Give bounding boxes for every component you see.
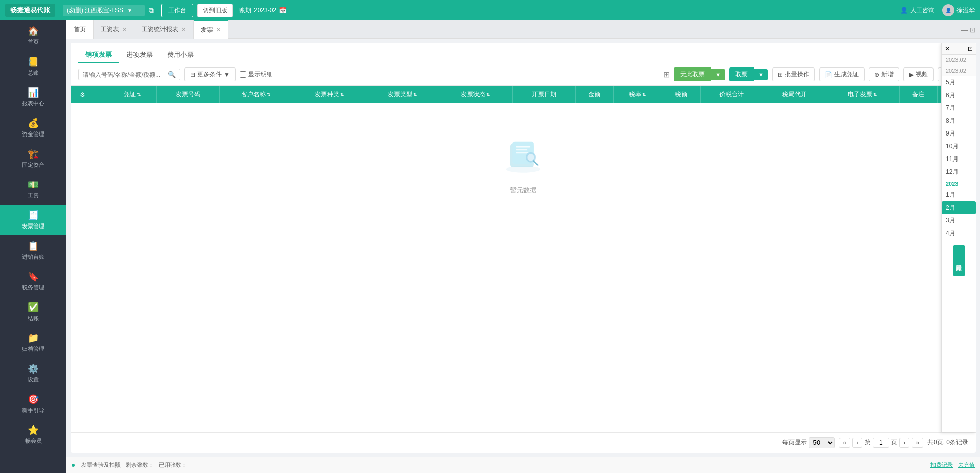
- switch-old-button[interactable]: 切到旧版: [197, 4, 233, 17]
- tab-label-home: 首页: [74, 25, 86, 34]
- sub-tab-purchase[interactable]: 进项发票: [119, 47, 160, 63]
- sidebar-item-home[interactable]: 🏠首页: [0, 20, 66, 51]
- generate-voucher-button[interactable]: 📄 生成凭证: [819, 67, 865, 81]
- tab-label-salary-report: 工资统计报表: [142, 25, 178, 34]
- search-icon[interactable]: 🔍: [168, 71, 176, 78]
- copy-icon[interactable]: ⧉: [149, 6, 154, 15]
- remaining-label: 剩余张数：: [126, 461, 154, 469]
- sidebar-item-sales-ledger[interactable]: 📋进销台账: [0, 235, 66, 266]
- sidebar-label-settings: 设置: [28, 376, 39, 384]
- sidebar-item-fixed-assets[interactable]: 🏗️固定资产: [0, 143, 66, 174]
- sort-icon-invoice-type: ⇅: [340, 92, 344, 97]
- grid-icon[interactable]: ⊞: [663, 70, 670, 79]
- calendar-icon[interactable]: 📅: [279, 7, 287, 14]
- batch-op-button[interactable]: ⊞ 批量操作: [772, 67, 815, 81]
- video-button[interactable]: ▶ 视频: [903, 67, 934, 81]
- tab-close-invoice[interactable]: ✕: [216, 27, 221, 33]
- col-header-customer[interactable]: 客户名称⇅: [220, 86, 293, 103]
- sidebar-item-guide[interactable]: 🎯新手引导: [0, 389, 66, 419]
- date-month-item-3[interactable]: 8月: [942, 115, 976, 127]
- sidebar-item-closing[interactable]: ✅结账: [0, 297, 66, 327]
- col-header-invoice-category[interactable]: 发票类型⇅: [366, 86, 439, 103]
- date-month-item-5[interactable]: 10月: [942, 140, 976, 153]
- sidebar-item-tax-mgmt[interactable]: 🔖税务管理: [0, 266, 66, 297]
- col-header-tax-code: 税局代开: [763, 86, 826, 103]
- sub-tab-expense[interactable]: 费用小票: [160, 47, 201, 63]
- blue-dot: [72, 464, 75, 467]
- sidebar-item-payroll[interactable]: 💵工资: [0, 174, 66, 205]
- date-panel-close-icon[interactable]: ✕: [945, 45, 950, 52]
- tab-close-salary[interactable]: ✕: [122, 26, 127, 33]
- last-page-button[interactable]: »: [912, 438, 923, 448]
- date-2023-month-item-0[interactable]: 1月: [942, 189, 976, 201]
- support-item[interactable]: 👤 人工咨询: [900, 6, 935, 15]
- tab-close-salary-report[interactable]: ✕: [181, 26, 186, 33]
- search-input[interactable]: [83, 71, 168, 78]
- show-detail-checkbox[interactable]: [240, 71, 246, 78]
- add-account-link[interactable]: 扣费记录: [930, 461, 953, 469]
- sidebar-item-funds[interactable]: 💰资金管理: [0, 112, 66, 143]
- take-invoice-button[interactable]: 取票: [729, 67, 754, 81]
- company-selector[interactable]: (勿删) 江西股宝-LSS ▼: [63, 5, 145, 16]
- new-button[interactable]: ⊕ 新增: [869, 67, 899, 81]
- new-icon: ⊕: [874, 71, 879, 78]
- page-input[interactable]: [873, 438, 889, 448]
- empty-state: 暂元数据: [71, 103, 976, 226]
- open-date-button[interactable]: 开账日期: [953, 245, 965, 276]
- date-month-item-6[interactable]: 11月: [942, 153, 976, 166]
- show-detail-text: 显示明细: [248, 70, 273, 79]
- take-invoice-arrow-button[interactable]: ▼: [754, 69, 768, 80]
- sidebar-item-invoice-mgmt[interactable]: 🧾发票管理: [0, 205, 66, 235]
- tab-invoice[interactable]: 发票✕: [194, 20, 228, 39]
- tab-minimize-icon[interactable]: —: [961, 26, 968, 34]
- search-wrap: 🔍: [78, 69, 180, 80]
- check-label: 发票查验及拍照: [81, 461, 121, 469]
- date-2023-month-item-3[interactable]: 4月: [942, 227, 976, 240]
- date-2023-month-item-2[interactable]: 3月: [942, 214, 976, 227]
- take-invoice-btn-group: 取票 ▼: [729, 67, 768, 81]
- date-year-2023: 2023: [942, 178, 976, 189]
- date-2023-month-item-1[interactable]: 2月: [942, 201, 976, 214]
- sidebar-item-member[interactable]: ⭐畅会员: [0, 419, 66, 450]
- sidebar-item-general-ledger[interactable]: 📒总账: [0, 51, 66, 82]
- no-invoice-btn-group: 无此取票 ▼: [674, 67, 725, 81]
- sidebar-icon-guide: 🎯: [28, 394, 39, 405]
- tab-salary-report[interactable]: 工资统计报表✕: [134, 20, 194, 39]
- table-container: ⚙凭证⇅发票号码客户名称⇅发票种类⇅发票类型⇅发票状态⇅开票日期金额税率⇅税额价…: [71, 86, 976, 432]
- date-panel: ✕ ⊡ 2023.022023.025月6月7月8月9月10月11月12月202…: [941, 43, 976, 432]
- sidebar-item-reports[interactable]: 📊报表中心: [0, 82, 66, 112]
- col-header-remark: 备注: [899, 86, 938, 103]
- next-page-button[interactable]: ›: [899, 438, 909, 448]
- no-invoice-arrow-button[interactable]: ▼: [711, 69, 725, 80]
- tab-home[interactable]: 首页: [66, 20, 94, 39]
- col-header-voucher[interactable]: 凭证⇅: [108, 86, 157, 103]
- sidebar-item-settings[interactable]: ⚙️设置: [0, 358, 66, 389]
- col-header-tax-rate[interactable]: 税率⇅: [614, 86, 662, 103]
- tab-salary[interactable]: 工资表✕: [94, 20, 134, 39]
- page-nav: « ‹ 第 页 › »: [839, 438, 923, 448]
- bottom-bar: 发票查验及拍照 剩余张数： 已用张数： 扣费记录 去充值: [66, 457, 980, 473]
- date-month-item-7[interactable]: 12月: [942, 166, 976, 178]
- prev-page-button[interactable]: ‹: [852, 438, 862, 448]
- video-icon: ▶: [909, 71, 914, 78]
- sidebar-icon-reports: 📊: [28, 87, 39, 98]
- date-panel-expand-icon[interactable]: ⊡: [968, 45, 973, 52]
- first-page-button[interactable]: «: [839, 438, 851, 448]
- user-item[interactable]: 👤 徐溢华: [942, 4, 975, 16]
- workspace-button[interactable]: 工作台: [161, 4, 193, 17]
- date-month-item-1[interactable]: 6月: [942, 89, 976, 102]
- filter-button[interactable]: ⊟ 更多条件 ▼: [184, 67, 236, 81]
- show-detail-label[interactable]: 显示明细: [240, 70, 273, 79]
- col-header-invoice-type[interactable]: 发票种类⇅: [293, 86, 366, 103]
- col-header-e-invoice[interactable]: 电子发票⇅: [826, 86, 899, 103]
- page-size-dropdown[interactable]: 50 10 20 100: [809, 437, 835, 448]
- date-month-item-4[interactable]: 9月: [942, 127, 976, 140]
- no-invoice-button[interactable]: 无此取票: [674, 67, 711, 81]
- date-month-item-0[interactable]: 5月: [942, 76, 976, 89]
- sidebar-item-archive[interactable]: 📁归档管理: [0, 327, 66, 358]
- go-right-link[interactable]: 去充值: [958, 461, 975, 469]
- tab-maximize-icon[interactable]: ⊡: [970, 26, 976, 34]
- sub-tab-sales[interactable]: 销项发票: [78, 47, 119, 63]
- col-header-invoice-status[interactable]: 发票状态⇅: [439, 86, 512, 103]
- date-month-item-2[interactable]: 7月: [942, 102, 976, 115]
